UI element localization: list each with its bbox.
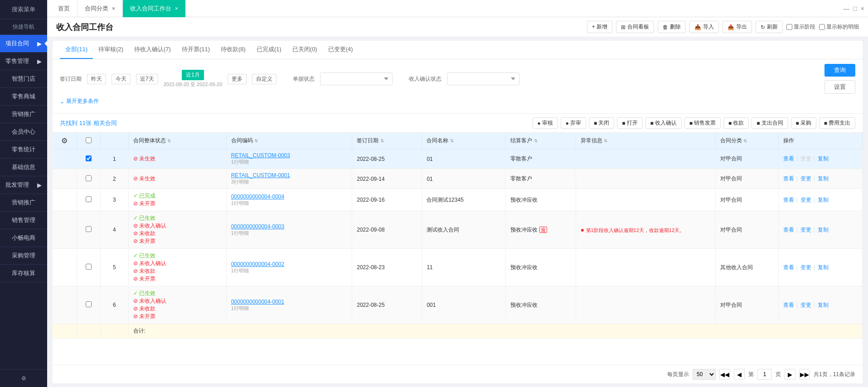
action-view[interactable]: 查看	[783, 197, 794, 203]
tab-income-workbench[interactable]: 收入合同工作台 ×	[123, 0, 186, 17]
row-checkbox[interactable]	[86, 301, 92, 307]
filter-yesterday[interactable]: 昨天	[87, 74, 106, 84]
th-overall-status[interactable]: 合同整体状态 ⇅	[128, 133, 226, 149]
th-settings[interactable]: ⚙	[53, 133, 77, 149]
action-view[interactable]: 查看	[783, 155, 794, 162]
page-number-input[interactable]	[757, 369, 772, 380]
tab-contract-type[interactable]: 合同分类 ×	[78, 0, 123, 17]
sort-exception-icon[interactable]: ⇅	[604, 138, 607, 143]
row-check-cell[interactable]	[77, 249, 100, 286]
th-customer[interactable]: 结算客户 ⇅	[506, 133, 576, 149]
filter-tab-all[interactable]: 全部(11)	[60, 41, 93, 59]
sort-sign-date-icon[interactable]: ⇅	[380, 138, 384, 143]
tbar-sales-invoice-button[interactable]: ■ 销售发票	[684, 117, 721, 129]
row-checkbox[interactable]	[86, 175, 92, 181]
row-check-cell[interactable]	[77, 286, 100, 324]
row-check-cell[interactable]	[77, 149, 100, 169]
maximize-icon[interactable]: □	[853, 5, 857, 12]
sidebar-item-sales-mgmt[interactable]: 销售管理	[0, 212, 47, 229]
tbar-abandon-button[interactable]: ● 弃审	[561, 117, 586, 129]
action-change[interactable]: 变更	[800, 175, 811, 182]
filter-tab-closed[interactable]: 已关闭(0)	[287, 41, 323, 59]
show-details-checkbox-label[interactable]: 显示标的明细	[819, 23, 859, 31]
sidebar-item-retail-mall[interactable]: 零售商城	[0, 88, 47, 106]
filter-tab-completed[interactable]: 已完成(1)	[251, 41, 287, 59]
minimize-icon[interactable]: —	[843, 5, 849, 12]
refresh-button[interactable]: ↻ 刷新	[756, 21, 783, 33]
filter-tab-changed[interactable]: 已变更(4)	[323, 41, 359, 59]
row-checkbox[interactable]	[86, 155, 92, 161]
tab-contract-type-close[interactable]: ×	[112, 5, 115, 12]
sidebar-item-base-info[interactable]: 基础信息	[0, 159, 47, 176]
tbar-purchase-button[interactable]: ■ 采购	[791, 117, 816, 129]
action-copy[interactable]: 复制	[818, 197, 829, 203]
action-copy[interactable]: 复制	[818, 264, 829, 271]
sidebar-item-xiaochangec[interactable]: 小畅电商	[0, 229, 47, 247]
action-copy[interactable]: 复制	[818, 175, 829, 182]
action-change[interactable]: 变更	[800, 264, 811, 271]
show-stages-checkbox[interactable]	[786, 24, 792, 30]
filter-tab-pending-payment[interactable]: 待收款(8)	[215, 41, 251, 59]
action-change[interactable]: 变更	[800, 302, 811, 308]
prev-page-button[interactable]: ◀	[734, 369, 745, 380]
sidebar-item-smart-store[interactable]: 智慧门店	[0, 70, 47, 88]
filter-tab-pending-review[interactable]: 待审核(2)	[93, 41, 129, 59]
sidebar-quick-nav[interactable]: 快捷导航	[0, 19, 47, 35]
row-check-cell[interactable]	[77, 211, 100, 249]
action-copy[interactable]: 复制	[818, 155, 829, 162]
contract-code-link[interactable]: 0000000000004-0004	[231, 194, 284, 200]
sort-contract-code-icon[interactable]: ⇅	[254, 138, 258, 143]
contract-code-link[interactable]: 0000000000004-0002	[231, 261, 284, 267]
expand-filter-button[interactable]: ⌄ 展开更多条件	[60, 97, 99, 105]
action-change[interactable]: 变更	[800, 227, 811, 233]
sort-customer-icon[interactable]: ⇅	[534, 138, 538, 143]
tbar-expense-out-button[interactable]: ■ 支出合同	[752, 117, 788, 129]
sidebar-settings-icon[interactable]: ⚙	[0, 369, 47, 387]
select-all-checkbox[interactable]	[86, 137, 92, 143]
sidebar-item-project[interactable]: 项目合同 ▶	[0, 35, 47, 53]
new-button[interactable]: + 新增	[587, 21, 612, 33]
tbar-open-button[interactable]: ■ 打开	[617, 117, 642, 129]
doc-status-select[interactable]	[320, 73, 393, 85]
sidebar-item-retail-mgmt[interactable]: 零售管理 ▶	[0, 53, 47, 70]
filter-tab-pending-confirm[interactable]: 待收入确认(7)	[129, 41, 176, 59]
sidebar-item-purchase-mgmt[interactable]: 采购管理	[0, 247, 47, 265]
row-checkbox[interactable]	[86, 264, 92, 270]
settings-gear-icon[interactable]: ⚙	[61, 137, 68, 145]
tbar-income-confirm-button[interactable]: ■ 收入确认	[645, 117, 682, 129]
sidebar-item-retail-stat[interactable]: 零售统计	[0, 141, 47, 159]
row-checkbox[interactable]	[86, 196, 92, 202]
close-window-icon[interactable]: ×	[861, 5, 864, 12]
sidebar-item-marketing2[interactable]: 营销推广	[0, 194, 47, 212]
per-page-select[interactable]: 50 10 20 100	[693, 369, 716, 380]
first-page-button[interactable]: ◀◀	[719, 369, 730, 380]
sort-overall-status-icon[interactable]: ⇅	[167, 138, 171, 143]
action-view[interactable]: 查看	[783, 175, 794, 182]
action-view[interactable]: 查看	[783, 227, 794, 233]
filter-custom[interactable]: 自定义	[252, 74, 276, 84]
tbar-review-button[interactable]: ● 审核	[533, 117, 558, 129]
row-checkbox[interactable]	[86, 226, 92, 232]
th-contract-code[interactable]: 合同编码 ⇅	[226, 133, 352, 149]
last-page-button[interactable]: ▶▶	[799, 369, 810, 380]
sidebar-search[interactable]: 搜索菜单	[0, 0, 47, 19]
import-button[interactable]: 📥 导入	[689, 21, 719, 33]
th-sign-date[interactable]: 签订日期 ⇅	[352, 133, 422, 149]
export-button[interactable]: 📤 导出	[723, 21, 752, 33]
sidebar-item-marketing[interactable]: 营销推广	[0, 106, 47, 123]
tbar-expense-pay-button[interactable]: ■ 费用支出	[819, 117, 855, 129]
tab-income-workbench-close[interactable]: ×	[175, 5, 178, 12]
contract-code-link[interactable]: RETAIL_CUSTOM-0003	[231, 152, 290, 159]
show-details-checkbox[interactable]	[819, 24, 825, 30]
action-change[interactable]: 变更	[800, 197, 811, 203]
income-confirm-select[interactable]	[447, 73, 519, 85]
sidebar-item-member[interactable]: 会员中心	[0, 123, 47, 141]
action-copy[interactable]: 复制	[818, 227, 829, 233]
contract-code-link[interactable]: 0000000000004-0003	[231, 223, 284, 230]
contract-code-link[interactable]: RETAIL_CUSTOM-0001	[231, 172, 290, 179]
th-contract-category[interactable]: 合同分类 ⇅	[716, 133, 779, 149]
action-view[interactable]: 查看	[783, 302, 794, 308]
sort-category-icon[interactable]: ⇅	[743, 138, 747, 143]
sidebar-item-inventory[interactable]: 库存核算	[0, 265, 47, 282]
filter-tab-pending-invoice[interactable]: 待开票(11)	[176, 41, 215, 59]
